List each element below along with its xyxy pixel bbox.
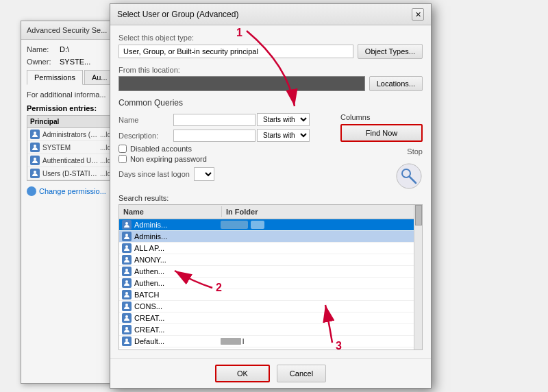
svg-point-0 bbox=[34, 132, 36, 134]
locations-button[interactable]: Locations... bbox=[369, 76, 423, 91]
columns-label: Columns bbox=[340, 113, 370, 121]
search-results-label: Search results: bbox=[119, 194, 423, 202]
result-name: Authen... bbox=[122, 278, 218, 288]
name-query-dropdown[interactable]: Starts with Is exactly bbox=[257, 113, 310, 126]
result-name: BATCH bbox=[122, 290, 218, 299]
results-header: Name In Folder bbox=[119, 205, 422, 219]
non-expiring-pwd-label: Non expiring password bbox=[130, 155, 207, 163]
result-folder: l bbox=[218, 338, 419, 345]
checkboxes-area: Disabled accounts Non expiring password bbox=[119, 145, 334, 163]
scrollbar-thumb[interactable] bbox=[415, 205, 422, 225]
svg-point-8 bbox=[125, 234, 128, 236]
user-icon bbox=[122, 336, 132, 346]
result-name: Authen... bbox=[122, 267, 218, 276]
svg-point-9 bbox=[125, 245, 128, 248]
description-query-row: Description: Starts with Is exactly bbox=[119, 129, 334, 142]
bg-owner-label: Owner: bbox=[27, 58, 60, 66]
svg-point-13 bbox=[125, 292, 128, 295]
non-expiring-pwd-checkbox[interactable] bbox=[119, 155, 127, 163]
object-types-button[interactable]: Object Types... bbox=[358, 44, 423, 59]
user-icon bbox=[30, 156, 40, 165]
from-location-label: From this location: bbox=[119, 66, 423, 74]
name-query-input[interactable] bbox=[173, 114, 256, 126]
bg-owner-value: SYSTE... bbox=[60, 58, 90, 66]
table-row[interactable]: Default... l bbox=[119, 336, 422, 347]
description-query-input[interactable] bbox=[173, 130, 256, 142]
svg-point-15 bbox=[125, 315, 128, 318]
dialog-close-button[interactable]: ✕ bbox=[412, 8, 424, 21]
result-name: Adminis... bbox=[122, 232, 218, 241]
results-list: Adminis... Adminis... bbox=[119, 219, 422, 349]
svg-point-12 bbox=[125, 280, 128, 283]
user-icon bbox=[122, 290, 132, 299]
result-name: Adminis... bbox=[122, 220, 218, 230]
table-row[interactable]: Authen... bbox=[119, 266, 422, 278]
table-row[interactable]: Adminis... bbox=[119, 219, 422, 231]
location-row: Locations... bbox=[119, 76, 423, 91]
object-type-row: User, Group, or Built-in security princi… bbox=[119, 44, 423, 59]
days-row: Days since last logon bbox=[119, 167, 334, 181]
object-type-value: User, Group, or Built-in security princi… bbox=[119, 45, 353, 58]
table-row[interactable]: CONS... bbox=[119, 301, 422, 313]
user-icon bbox=[122, 302, 132, 311]
decoration-icon bbox=[395, 162, 423, 190]
svg-point-10 bbox=[125, 257, 128, 260]
user-icon bbox=[122, 325, 132, 334]
user-icon bbox=[30, 143, 40, 152]
table-row[interactable]: ALL AP... bbox=[119, 243, 422, 254]
description-query-label: Description: bbox=[119, 132, 173, 140]
bg-name-label: Name: bbox=[27, 45, 60, 53]
result-name: CONS... bbox=[122, 302, 218, 311]
user-icon bbox=[122, 255, 132, 265]
dialog-body: Select this object type: User, Group, or… bbox=[110, 25, 431, 358]
results-scrollbar[interactable] bbox=[414, 205, 422, 350]
queries-area: Name Starts with Is exactly Description:… bbox=[119, 113, 423, 190]
table-row[interactable]: CREAT... bbox=[119, 324, 422, 336]
disabled-accounts-row[interactable]: Disabled accounts bbox=[119, 145, 334, 153]
disabled-accounts-checkbox[interactable] bbox=[119, 145, 127, 153]
svg-point-11 bbox=[125, 269, 128, 271]
table-row[interactable]: BATCH bbox=[119, 289, 422, 301]
non-expiring-pwd-row[interactable]: Non expiring password bbox=[119, 155, 334, 163]
change-perm-icon bbox=[27, 186, 36, 196]
results-header-folder: In Folder bbox=[222, 206, 422, 217]
days-dropdown[interactable] bbox=[194, 167, 214, 181]
cancel-button[interactable]: Cancel bbox=[277, 365, 326, 382]
svg-point-16 bbox=[125, 327, 128, 330]
svg-point-17 bbox=[125, 339, 128, 341]
change-perm-label: Change permissio... bbox=[39, 187, 106, 195]
user-icon bbox=[30, 169, 40, 178]
bg-tab-permissions[interactable]: Permissions bbox=[27, 70, 83, 85]
user-icon bbox=[122, 220, 132, 230]
location-input[interactable] bbox=[119, 76, 365, 91]
dialog-title: Select User or Group (Advanced) bbox=[117, 10, 238, 19]
user-icon bbox=[122, 232, 132, 241]
result-name: CREAT... bbox=[122, 313, 218, 323]
ok-button[interactable]: OK bbox=[215, 365, 270, 382]
columns-area: Columns bbox=[340, 113, 423, 121]
user-icon bbox=[122, 243, 132, 253]
perm-row-name: SYSTEM bbox=[42, 144, 100, 151]
select-object-type-label: Select this object type: bbox=[119, 34, 423, 42]
result-name: ANONY... bbox=[122, 255, 218, 265]
table-row[interactable]: ANONY... bbox=[119, 254, 422, 266]
svg-point-3 bbox=[34, 171, 36, 173]
description-query-dropdown[interactable]: Starts with Is exactly bbox=[257, 129, 310, 142]
table-row[interactable]: CREAT... bbox=[119, 313, 422, 324]
result-name: Default... bbox=[122, 336, 218, 346]
perm-row-name: Administrators (D-... bbox=[42, 131, 100, 138]
svg-point-7 bbox=[125, 222, 128, 225]
search-results-container: Name In Folder Adminis... bbox=[119, 204, 423, 350]
name-query-row: Name Starts with Is exactly bbox=[119, 113, 334, 126]
days-label: Days since last logon bbox=[119, 170, 190, 178]
select-user-dialog: Select User or Group (Advanced) ✕ Select… bbox=[110, 3, 432, 389]
dialog-titlebar: Select User or Group (Advanced) ✕ bbox=[110, 4, 431, 25]
perm-row-name: Users (D-STATION... bbox=[42, 170, 100, 177]
result-name: CREAT... bbox=[122, 325, 218, 334]
queries-right: Columns Find Now Stop bbox=[334, 113, 423, 190]
table-row[interactable]: Authen... bbox=[119, 278, 422, 289]
stop-label: Stop bbox=[407, 147, 423, 156]
dialog-bottom-buttons: OK Cancel bbox=[110, 358, 431, 388]
find-now-button[interactable]: Find Now bbox=[340, 124, 423, 142]
table-row[interactable]: Adminis... bbox=[119, 231, 422, 243]
